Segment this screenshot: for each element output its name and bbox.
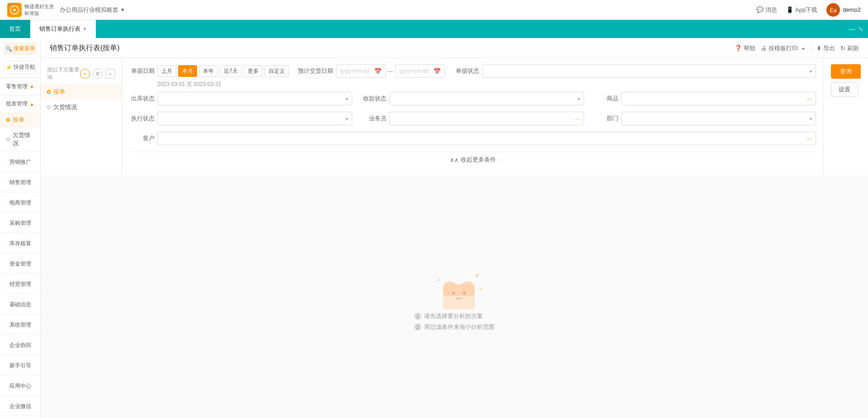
- scheme-item-欠货[interactable]: 欠货情况: [41, 100, 122, 115]
- message-btn[interactable]: 💬 消息: [756, 6, 777, 14]
- settings-btn[interactable]: 设置: [831, 82, 858, 97]
- sidebar-item-sales[interactable]: 销售管理: [0, 172, 40, 192]
- sidebar-item-wholesale[interactable]: 批发管理 ▲: [0, 95, 40, 112]
- help-icon: ❓: [735, 45, 742, 52]
- goods-ellipsis-icon: ···: [807, 95, 812, 102]
- salesman-input[interactable]: ···: [389, 112, 584, 125]
- app-download-btn[interactable]: 📱 App下载: [786, 6, 817, 14]
- sidebar-system-section: 系统管理: [0, 314, 40, 335]
- sidebar-operation-label: 经营管理: [9, 280, 31, 288]
- filter-collect-status-field: 收款状态 ▾: [361, 92, 584, 105]
- date-field-label: 单据日期: [129, 67, 155, 75]
- sub-item-dot-欠货: [6, 138, 10, 141]
- sidebar-sales-section: 销售管理: [0, 172, 40, 192]
- sidebar-inventory-section: 库存核算: [0, 233, 40, 253]
- dept-select[interactable]: ▾: [621, 112, 816, 125]
- sidebar-item-inventory[interactable]: 库存核算: [0, 233, 40, 253]
- sidebar-item-marketing[interactable]: 营销推广: [0, 152, 40, 171]
- breadcrumb[interactable]: 办公用品行业模拟账套 ▾: [60, 6, 124, 14]
- sidebar-item-purchase[interactable]: 采购管理: [0, 213, 40, 233]
- expected-date-start-placeholder: yyyy-mm-dd: [340, 68, 369, 74]
- print-btn[interactable]: 🖨 按模板打印: [761, 44, 811, 52]
- sidebar-appstore-section: 应用中心: [0, 375, 40, 396]
- filter-dept-field: 部门 ▾: [593, 112, 816, 125]
- tab-home[interactable]: 首页: [0, 20, 30, 38]
- sidebar-item-system[interactable]: 系统管理: [0, 314, 40, 334]
- breadcrumb-text: 办公用品行业模拟账套: [60, 6, 118, 14]
- date-tag-current-month[interactable]: 本月: [178, 65, 197, 77]
- filter-row-2: 出库状态 ▾ 收款状态 ▾: [129, 92, 816, 105]
- sidebar-item-operation[interactable]: 经营管理: [0, 274, 40, 294]
- exec-status-select[interactable]: ▾: [157, 112, 352, 125]
- collect-status-select[interactable]: ▾: [389, 92, 584, 105]
- sidebar-item-basic[interactable]: 基础信息: [0, 294, 40, 314]
- scheme-item-label-欠货: 欠货情况: [53, 103, 77, 111]
- sidebar-item-appstore[interactable]: 应用中心: [0, 375, 40, 395]
- sidebar-item-enterprise[interactable]: 企业协同: [0, 335, 40, 355]
- tab-sales-order[interactable]: 销售订单执行表 ×: [30, 20, 96, 38]
- date-tag-custom[interactable]: 自定义: [264, 65, 289, 77]
- tab-actions: — ⤡: [849, 25, 868, 33]
- logo-icon: [7, 3, 22, 17]
- logo-area[interactable]: 畅捷通好生意 标准版: [7, 3, 54, 17]
- scheme-item-按单[interactable]: 按单: [41, 84, 122, 100]
- sidebar-item-finance[interactable]: 资金管理: [0, 253, 40, 273]
- sidebar-item-member[interactable]: 畅会员: [0, 416, 40, 418]
- empty-state: 1 请先选择要分析的方案 2 用过滤条件来缩小分析范围: [41, 176, 868, 418]
- tab-expand-icon[interactable]: ⤡: [858, 25, 863, 33]
- logo-text: 畅捷通好生意 标准版: [24, 3, 54, 16]
- out-status-select[interactable]: ▾: [157, 92, 352, 105]
- customer-label: 客户: [129, 134, 155, 142]
- sidebar-item-wechat[interactable]: 企业微信: [0, 396, 40, 416]
- date-tag-7days[interactable]: 近7天: [220, 65, 242, 77]
- date-tag-more[interactable]: 更多: [244, 65, 263, 77]
- content-area: 销售订单执行表(按单) ❓ 帮助 🖨 按模板打印 ⬇ 导出 ↻ 刷新: [41, 38, 868, 418]
- expected-date-end-input[interactable]: yyyy-mm-dd 📅: [395, 64, 445, 78]
- filter-exec-status-field: 执行状态 ▾: [129, 112, 352, 125]
- quicknav-btn[interactable]: ⚡ 快捷导航: [4, 61, 37, 74]
- page-header: 销售订单执行表(按单) ❓ 帮助 🖨 按模板打印 ⬇ 导出 ↻ 刷新: [41, 38, 868, 58]
- avatar: Ea: [826, 3, 840, 17]
- sidebar-item-retail[interactable]: 零售管理 ▼: [0, 78, 40, 95]
- date-range-display: 2023-03-01 至 2023-03-31: [129, 81, 816, 92]
- sidebar-item-ecommerce[interactable]: 电商管理: [0, 192, 40, 212]
- date-tag-last-month[interactable]: 上月: [157, 65, 176, 77]
- user-avatar-area[interactable]: Ea demo2: [826, 3, 861, 17]
- tab-minimize-icon[interactable]: —: [849, 25, 855, 33]
- goods-input[interactable]: ···: [621, 92, 816, 105]
- sidebar-item-guide[interactable]: 新手引导: [0, 355, 40, 375]
- sidebar-sub-item-按单[interactable]: 按单: [0, 112, 40, 128]
- customer-input[interactable]: ···: [157, 132, 816, 145]
- hint-num-1: 1: [414, 313, 421, 320]
- collapse-btn[interactable]: ∧∧ 收起更多条件: [450, 156, 496, 164]
- query-btn[interactable]: 查询: [831, 64, 861, 79]
- status-select[interactable]: ▾: [482, 64, 816, 78]
- hint-text-2: 用过滤条件来缩小分析范围: [424, 323, 495, 331]
- breadcrumb-arrow-icon: ▾: [121, 6, 124, 13]
- page-actions: ❓ 帮助 🖨 按模板打印 ⬇ 导出 ↻ 刷新: [735, 44, 859, 52]
- expected-date-range: yyyy-mm-dd 📅 — yyyy-mm-dd 📅: [336, 64, 445, 78]
- message-label: 消息: [765, 6, 777, 14]
- scheme-collapse-icon[interactable]: «: [105, 69, 115, 79]
- sidebar-sub-item-欠货[interactable]: 欠货情况: [0, 128, 40, 151]
- refresh-icon: ↻: [840, 45, 845, 52]
- scheme-item-label-按单: 按单: [53, 88, 65, 96]
- search-menu-btn[interactable]: 🔍 搜索菜单: [4, 43, 37, 55]
- filter-status-field: 单据状态 ▾: [454, 64, 816, 78]
- sidebar-search-area: 🔍 搜索菜单: [0, 38, 40, 58]
- scheme-add-icon[interactable]: +: [80, 69, 90, 79]
- sidebar-wholesale-label: 批发管理: [6, 100, 28, 108]
- refresh-btn[interactable]: ↻ 刷新: [840, 44, 859, 52]
- collapse-label: 收起更多条件: [461, 156, 496, 164]
- status-label: 单据状态: [454, 67, 479, 75]
- scheme-edit-icon[interactable]: ⚙: [93, 69, 103, 79]
- help-btn[interactable]: ❓ 帮助: [735, 44, 755, 52]
- date-tag-current-year[interactable]: 本年: [199, 65, 218, 77]
- expected-date-start-input[interactable]: yyyy-mm-dd 📅: [336, 64, 386, 78]
- top-bar: 畅捷通好生意 标准版 办公用品行业模拟账套 ▾ 💬 消息 📱 App下载 Ea …: [0, 0, 868, 20]
- export-btn[interactable]: ⬇ 导出: [816, 44, 835, 52]
- tab-close-icon[interactable]: ×: [83, 26, 86, 32]
- sidebar-finance-label: 资金管理: [9, 260, 31, 268]
- filter-action-buttons: 查询 设置: [823, 58, 868, 176]
- sidebar-purchase-label: 采购管理: [9, 219, 31, 227]
